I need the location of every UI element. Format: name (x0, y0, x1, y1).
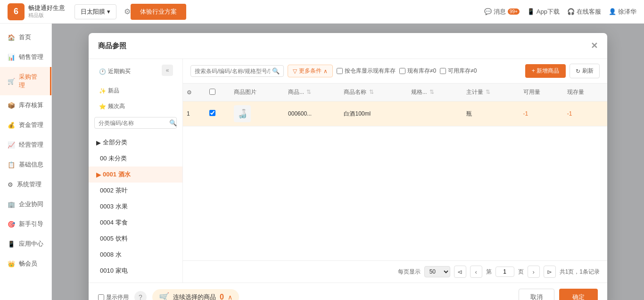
notification-btn[interactable]: 💬 消息 99+ (484, 8, 520, 16)
online-service-btn[interactable]: 🎧 在线客服 (567, 8, 601, 16)
category-item-00[interactable]: 00 未分类 (89, 150, 182, 167)
sidebar-item-guide[interactable]: 🎯 新手引导 (0, 214, 51, 234)
col-name[interactable]: 商品名称 ⇅ (340, 83, 407, 101)
category-item-0002[interactable]: 0002 茶叶 (89, 183, 182, 199)
operation-icon: 📈 (8, 142, 15, 149)
category-item-all[interactable]: ▶ 全部分类 (89, 134, 182, 150)
guide-icon: 🎯 (8, 221, 15, 228)
current-page-input[interactable] (495, 267, 514, 277)
search-icon: 🔍 (272, 67, 280, 75)
sidebar-item-member[interactable]: 👑 畅会员 (0, 254, 51, 274)
sidebar-item-system[interactable]: ⚙ 系统管理 (0, 175, 51, 194)
arrow-right-icon: ▶ (96, 171, 101, 178)
warehouse-stock-checkbox-label[interactable]: 按仓库显示现有库存 (337, 67, 396, 75)
product-search-box[interactable]: 🔍 (190, 65, 284, 77)
username-label: 徐泽华 (618, 8, 636, 16)
last-page-button[interactable]: ⊳ (544, 266, 556, 278)
sidebar-item-finance[interactable]: 💰 资金管理 (0, 115, 51, 135)
logo-text-area: 畅捷通好生意 精品版 (28, 4, 65, 19)
bell-icon: 💬 (484, 8, 492, 15)
sidebar-item-purchase[interactable]: 🛒 采购管理 (0, 67, 51, 95)
sidebar-label: 库存核算 (19, 101, 43, 109)
nonzero-available-checkbox-label[interactable]: 可用库存≠0 (440, 67, 477, 75)
col-stock[interactable]: 现存量 (563, 83, 607, 101)
logo-icon: 6 (8, 3, 25, 20)
category-item-0010[interactable]: 0010 家电 (89, 263, 182, 277)
finance-icon: 💰 (8, 122, 15, 129)
col-spec[interactable]: 规格... ⇅ (407, 83, 462, 101)
category-search-box[interactable]: 🔍 (94, 117, 177, 129)
col-image: 商品图片 (230, 83, 284, 101)
trial-btn[interactable]: 体验行业方案 (131, 4, 186, 20)
category-item-0001[interactable]: ▶ 0001 酒水 (89, 167, 182, 183)
sidebar-item-inventory[interactable]: 📦 库存核算 (0, 95, 51, 115)
product-search-input[interactable] (195, 68, 270, 75)
refresh-button[interactable]: ↻ 刷新 (570, 64, 600, 78)
sidebar-item-enterprise[interactable]: 🏢 企业协同 (0, 194, 51, 214)
confirm-button[interactable]: 确定 (559, 289, 598, 300)
nonzero-stock-checkbox[interactable] (399, 68, 405, 74)
sidebar-label: 应用中心 (19, 240, 43, 248)
col-code[interactable]: 商品... ⇅ (284, 83, 340, 101)
modal-close-button[interactable]: ✕ (591, 41, 598, 51)
show-disabled-checkbox-label[interactable]: 显示停用 (98, 293, 129, 300)
sidebar-item-home[interactable]: 🏠 首页 (0, 27, 51, 47)
add-product-button[interactable]: + 新增商品 (525, 64, 566, 78)
nonzero-stock-checkbox-label[interactable]: 现有库存≠0 (399, 67, 436, 75)
more-filter-button[interactable]: ▽ 更多条件 ∧ (288, 65, 333, 77)
purchase-icon: 🛒 (8, 78, 15, 85)
next-page-button[interactable]: › (528, 266, 540, 278)
show-disabled-checkbox[interactable] (98, 294, 104, 300)
category-item-0004[interactable]: 0004 零食 (89, 215, 182, 231)
category-item-0005[interactable]: 0005 饮料 (89, 231, 182, 247)
col-available[interactable]: 可用量 (520, 83, 563, 101)
row-stock: -1 (563, 101, 607, 126)
sidebar: 🏠 首页 📊 销售管理 🛒 采购管理 📦 库存核算 💰 资金管理 📈 经营管理 … (0, 24, 52, 300)
system-icon: ⚙ (8, 181, 13, 188)
row-checkbox[interactable] (209, 110, 215, 116)
col-settings[interactable]: ⚙ (183, 83, 206, 101)
category-list: ▶ 全部分类 00 未分类 ▶ 0001 酒水 0002 茶叶 0003 水果 … (89, 134, 182, 277)
modal-title: 商品参照 (98, 42, 126, 50)
prev-page-button[interactable]: ‹ (470, 266, 482, 278)
frequency-icon: ⭐ (99, 103, 106, 110)
product-thumbnail: 🍶 (234, 105, 251, 122)
sidebar-label: 首页 (19, 33, 31, 42)
category-search-input[interactable] (99, 120, 169, 126)
col-unit[interactable]: 主计量 ⇅ (462, 83, 520, 101)
tab-frequent[interactable]: ⭐ 频次高 (94, 100, 177, 113)
cart-chevron-up-icon[interactable]: ∧ (228, 293, 232, 300)
basic-icon: 📋 (8, 161, 15, 168)
select-all-checkbox[interactable] (209, 89, 215, 95)
tab-recent-purchase[interactable]: 🕐 近期购买 (94, 65, 135, 78)
cancel-button[interactable]: 取消 (519, 289, 554, 300)
page-label: 第 (486, 268, 492, 276)
app-download-btn[interactable]: 📱 App下载 (527, 8, 560, 16)
sidebar-label: 企业协同 (19, 200, 43, 208)
collapse-panel-button[interactable]: « (162, 65, 173, 76)
enterprise-icon: 🏢 (8, 201, 15, 208)
footer-actions: 取消 确定 (519, 289, 598, 300)
tab-new-product[interactable]: ✨ 新品 (94, 84, 177, 98)
sidebar-item-sales[interactable]: 📊 销售管理 (0, 47, 51, 67)
sidebar-item-app[interactable]: 📱 应用中心 (0, 234, 51, 254)
nonzero-available-checkbox[interactable] (440, 68, 446, 74)
per-page-label: 每页显示 (398, 268, 421, 276)
row-checkbox-cell[interactable] (206, 101, 230, 126)
sidebar-item-operation[interactable]: 📈 经营管理 (0, 135, 51, 155)
sidebar-label: 销售管理 (19, 53, 43, 61)
gear-icon[interactable]: ⚙ (124, 7, 131, 16)
sidebar-item-basic[interactable]: 📋 基础信息 (0, 155, 51, 175)
chevron-up-icon: ∧ (323, 68, 328, 75)
col-checkbox[interactable] (206, 83, 230, 101)
category-item-0008[interactable]: 0008 水 (89, 247, 182, 263)
nav-selector[interactable]: 日太阳膜 ▾ (74, 4, 116, 19)
help-icon-button[interactable]: ? (134, 291, 147, 300)
home-icon: 🏠 (8, 34, 15, 41)
category-item-0003[interactable]: 0003 水果 (89, 199, 182, 215)
first-page-button[interactable]: ⊲ (454, 266, 466, 278)
user-profile-btn[interactable]: 👤 徐泽华 (609, 8, 636, 16)
table-row[interactable]: 1 🍶 000600... 白酒100ml 瓶 (183, 101, 607, 126)
warehouse-stock-checkbox[interactable] (337, 68, 343, 74)
per-page-select[interactable]: 50 100 200 (424, 266, 450, 277)
